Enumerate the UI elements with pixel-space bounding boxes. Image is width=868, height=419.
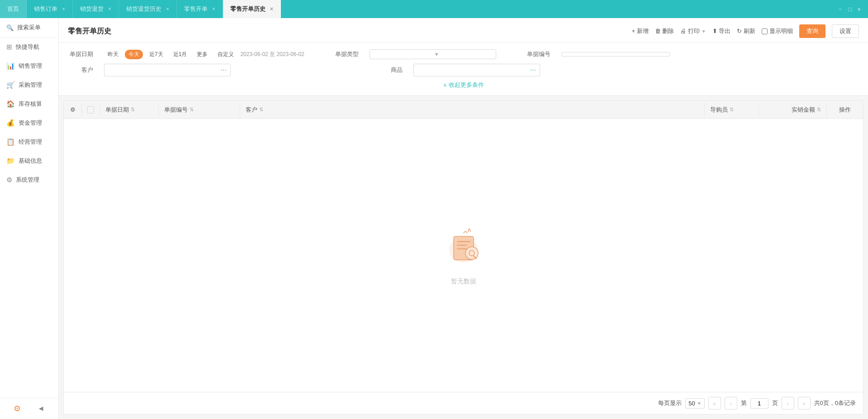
- sidebar-item-label-inventory: 库存核算: [19, 100, 42, 108]
- content-area: 零售开单历史 + 新增 🗑 删除 🖨 打印 ▼ ⬆ 导出 ↻ 刷新: [59, 18, 868, 419]
- sidebar-item-system-mgmt[interactable]: ⚙ 系统管理: [0, 170, 58, 189]
- date-more-btn[interactable]: 更多: [193, 50, 211, 59]
- tab-close-retail-open[interactable]: ×: [212, 6, 215, 12]
- last-page-button[interactable]: »: [798, 397, 811, 410]
- num-filter-input[interactable]: [561, 52, 670, 56]
- column-header-check[interactable]: [82, 103, 100, 117]
- basic-info-icon: 📁: [6, 157, 15, 165]
- customer-dots[interactable]: ···: [221, 66, 227, 74]
- goods-filter-input[interactable]: ···: [413, 64, 540, 76]
- col-date-label: 单据日期: [105, 106, 129, 114]
- sidebar-item-inventory[interactable]: 🏠 库存核算: [0, 94, 58, 113]
- column-header-num[interactable]: 单据编号 ⇅: [159, 102, 240, 118]
- sidebar-search-label: 搜索采单: [17, 24, 41, 32]
- col-customer-label: 客户: [246, 106, 257, 114]
- type-filter-select[interactable]: ▼: [370, 49, 496, 59]
- goods-dots[interactable]: ···: [530, 66, 536, 74]
- total-info: 共0页，0条记录: [814, 399, 856, 407]
- quick-nav-icon: ⊞: [6, 43, 12, 51]
- window-close-button[interactable]: ×: [857, 6, 861, 13]
- sidebar-item-basic-info[interactable]: 📁 基础信息: [0, 151, 58, 170]
- filter-row-1: 单据日期 昨天 今天 近7天 近1月 更多 自定义 2023-06-02 至 2…: [68, 49, 859, 59]
- first-page-button[interactable]: «: [708, 397, 721, 410]
- sidebar-item-label-sales-mgmt: 销售管理: [19, 62, 42, 70]
- per-page-label: 每页显示: [658, 399, 682, 407]
- filter-row-2: 客户 ··· 商品 ···: [68, 64, 859, 76]
- col-action-label: 操作: [839, 106, 851, 114]
- goods-filter-label: 商品: [377, 66, 403, 74]
- filter-area: 单据日期 昨天 今天 近7天 近1月 更多 自定义 2023-06-02 至 2…: [59, 43, 868, 96]
- main-layout: 🔍 搜索采单 ⊞ 快捷导航 📊 销售管理 🛒 采购管理 🏠 库存核算 💰 资金管…: [0, 18, 868, 419]
- display-detail-input[interactable]: [762, 28, 768, 34]
- sidebar-collapse-icon[interactable]: ◄: [38, 405, 45, 413]
- sidebar-item-finance[interactable]: 💰 资金管理: [0, 113, 58, 132]
- toolbar: + 新增 🗑 删除 🖨 打印 ▼ ⬆ 导出 ↻ 刷新 显示明细: [631, 24, 859, 38]
- display-detail-checkbox[interactable]: 显示明细: [762, 27, 793, 35]
- tab-close-sales-order[interactable]: ×: [62, 6, 65, 12]
- date-1month-btn[interactable]: 近1月: [170, 50, 191, 59]
- tab-sales-return-history[interactable]: 销货退货历史 ×: [119, 0, 177, 18]
- sidebar-search[interactable]: 🔍 搜索采单: [0, 18, 58, 38]
- window-max-button[interactable]: □: [849, 6, 852, 13]
- sidebar-item-purchase-mgmt[interactable]: 🛒 采购管理: [0, 75, 58, 94]
- page-suffix: 页: [772, 399, 778, 407]
- sidebar-item-operations[interactable]: 📋 经营管理: [0, 132, 58, 151]
- collapse-more-btn[interactable]: ∧ 收起更多条件: [68, 81, 859, 89]
- column-header-date[interactable]: 单据日期 ⇅: [100, 102, 159, 118]
- col-num-sort-icon: ⇅: [190, 107, 194, 113]
- purchase-mgmt-icon: 🛒: [6, 81, 15, 89]
- sidebar-item-label-finance: 资金管理: [19, 119, 42, 127]
- tab-home[interactable]: 首页: [0, 0, 27, 18]
- next-page-button[interactable]: ›: [782, 397, 794, 410]
- sidebar-item-label-system-mgmt: 系统管理: [16, 176, 39, 184]
- tab-close-sales-return[interactable]: ×: [108, 6, 111, 12]
- col-date-sort-icon: ⇅: [131, 107, 135, 113]
- per-page-select[interactable]: 50 ▼: [685, 398, 704, 409]
- system-mgmt-icon: ⚙: [6, 176, 12, 184]
- col-guide-sort-icon: ⇅: [730, 107, 734, 113]
- date-yesterday-btn[interactable]: 昨天: [104, 50, 122, 59]
- export-button[interactable]: ⬆ 导出: [712, 27, 731, 35]
- tab-close-retail-history[interactable]: ×: [270, 6, 273, 12]
- per-page-value: 50: [688, 400, 695, 407]
- tab-sales-order[interactable]: 销售订单 ×: [27, 0, 73, 18]
- column-header-amount[interactable]: 实销金额 ⇅: [759, 102, 827, 118]
- customer-filter-input[interactable]: ···: [104, 64, 231, 76]
- select-all-checkbox[interactable]: [87, 106, 94, 113]
- top-tab-bar: 首页 销售订单 × 销货退货 × 销货退货历史 × 零售开单 × 零售开单历史 …: [0, 0, 868, 18]
- date-7days-btn[interactable]: 近7天: [146, 50, 167, 59]
- num-filter-label: 单据编号: [525, 50, 550, 58]
- settings-button[interactable]: 设置: [832, 24, 859, 38]
- page-input[interactable]: [750, 398, 768, 409]
- tab-close-sales-return-history[interactable]: ×: [166, 6, 169, 12]
- empty-state: 暂无数据: [64, 119, 863, 392]
- prev-page-button[interactable]: ‹: [725, 397, 737, 410]
- tab-sales-return[interactable]: 销货退货 ×: [73, 0, 119, 18]
- column-header-guide[interactable]: 导购员 ⇅: [705, 102, 759, 118]
- tab-retail-history[interactable]: 零售开单历史 ×: [223, 0, 281, 18]
- table-header: ⚙ 单据日期 ⇅ 单据编号 ⇅ 客户 ⇅ 导购员: [64, 101, 863, 119]
- refresh-button[interactable]: ↻ 刷新: [737, 27, 755, 35]
- empty-icon: [441, 225, 486, 270]
- collapse-label: 收起更多条件: [449, 81, 484, 89]
- column-header-action: 操作: [827, 102, 863, 118]
- query-button[interactable]: 查询: [799, 24, 825, 38]
- column-header-customer[interactable]: 客户 ⇅: [240, 102, 705, 118]
- sidebar-item-quick-nav[interactable]: ⊞ 快捷导航: [0, 38, 58, 56]
- sidebar-item-sales-mgmt[interactable]: 📊 销售管理: [0, 56, 58, 75]
- sidebar-item-label-quick-nav: 快捷导航: [16, 43, 39, 51]
- sidebar: 🔍 搜索采单 ⊞ 快捷导航 📊 销售管理 🛒 采购管理 🏠 库存核算 💰 资金管…: [0, 18, 59, 419]
- print-button[interactable]: 🖨 打印 ▼: [680, 27, 706, 35]
- date-custom-btn[interactable]: 自定义: [214, 50, 237, 59]
- settings-col-icon: ⚙: [70, 106, 76, 113]
- date-range-text: 2023-06-02 至 2023-06-02: [240, 51, 304, 58]
- print-dropdown-icon[interactable]: ▼: [702, 29, 706, 34]
- operations-icon: 📋: [6, 138, 15, 146]
- window-min-button[interactable]: －: [837, 5, 843, 13]
- sidebar-settings-icon[interactable]: ⚙: [14, 404, 21, 414]
- add-button[interactable]: + 新增: [631, 27, 648, 35]
- date-today-btn[interactable]: 今天: [125, 50, 143, 59]
- column-header-settings[interactable]: ⚙: [64, 103, 82, 117]
- delete-button[interactable]: 🗑 删除: [655, 27, 674, 35]
- tab-retail-open[interactable]: 零售开单 ×: [177, 0, 223, 18]
